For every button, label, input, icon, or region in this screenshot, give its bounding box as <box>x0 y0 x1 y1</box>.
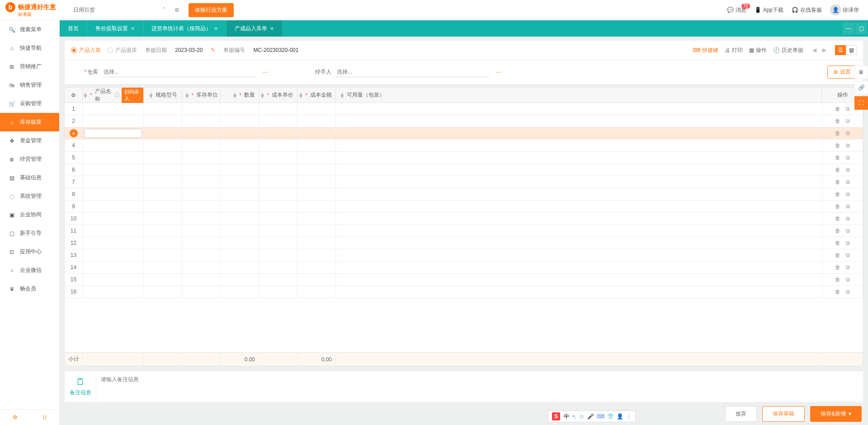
table-row[interactable]: 6🗑⧉ <box>65 164 863 176</box>
radio-product-out[interactable]: 产品退库 <box>107 47 137 54</box>
online-service-link[interactable]: 🎧 在线客服 <box>792 6 822 14</box>
product-name-input[interactable] <box>84 129 142 138</box>
delete-row-icon[interactable]: 🗑 <box>835 276 840 283</box>
th-settings[interactable]: ⚙ <box>65 88 83 103</box>
prev-page-button[interactable]: ◀ <box>810 46 819 55</box>
sidebar-item-0[interactable]: 🔍搜索菜单 <box>0 20 59 39</box>
delete-row-icon[interactable]: 🗑 <box>835 118 840 124</box>
copy-row-icon[interactable]: ⧉ <box>846 179 850 185</box>
warehouse-more-icon[interactable]: ⋯ <box>263 69 268 75</box>
close-icon[interactable]: ✕ <box>270 26 274 32</box>
delete-row-icon[interactable]: 🗑 <box>835 289 840 295</box>
operate-link[interactable]: ▦操作 <box>749 47 767 54</box>
user-menu[interactable]: 👤 徐泽华 <box>830 5 859 15</box>
grid-view-button[interactable]: ▦ <box>846 45 857 55</box>
list-view-button[interactable]: ☰ <box>835 45 846 55</box>
table-row[interactable]: 11🗑⧉ <box>65 225 863 237</box>
settings-icon[interactable]: ⚙ <box>13 414 18 420</box>
delete-row-icon[interactable]: 🗑 <box>835 228 840 234</box>
table-row[interactable]: +🗑⧉ <box>65 127 863 140</box>
copy-row-icon[interactable]: ⧉ <box>846 154 850 161</box>
settings-button[interactable]: ⚙设置 <box>827 65 857 79</box>
table-row[interactable]: 8🗑⧉ <box>65 188 863 201</box>
delete-row-icon[interactable]: 🗑 <box>835 191 840 197</box>
table-row[interactable]: 1🗑⧉ <box>65 103 863 115</box>
sidebar-item-8[interactable]: ▤基础信息 <box>0 168 59 187</box>
messages-link[interactable]: 💬 消息 70 <box>727 6 746 14</box>
copy-row-icon[interactable]: ⧉ <box>846 228 850 234</box>
close-icon[interactable]: ✕ <box>214 26 218 32</box>
table-row[interactable]: 16🗑⧉ <box>65 286 863 298</box>
sidebar-item-4[interactable]: 🛒采购管理 <box>0 94 59 113</box>
th-available[interactable]: ▲▼可用量（包装） <box>336 88 822 103</box>
date-value[interactable]: 2023-03-20 <box>175 47 203 53</box>
sidebar-item-7[interactable]: ≣经营管理 <box>0 150 59 168</box>
th-price[interactable]: ▲▼*成本单价 <box>259 88 297 103</box>
delete-row-icon[interactable]: 🗑 <box>835 252 840 258</box>
table-row[interactable]: 4🗑⧉ <box>65 140 863 152</box>
copy-row-icon[interactable]: ⧉ <box>846 142 850 149</box>
delete-row-icon[interactable]: 🗑 <box>835 142 840 149</box>
minimize-tab-button[interactable]: — <box>843 23 854 34</box>
add-row-button[interactable]: + <box>70 129 78 137</box>
history-link[interactable]: 🕘历史单据 <box>773 47 803 54</box>
table-row[interactable]: 5🗑⧉ <box>65 152 863 164</box>
th-amount[interactable]: ▲▼*成本金额 <box>297 88 336 103</box>
sidebar-item-2[interactable]: ⊞营销推广 <box>0 57 59 76</box>
sidebar-item-14[interactable]: ♛畅会员 <box>0 280 59 298</box>
remark-input[interactable] <box>96 371 863 402</box>
tab-1[interactable]: 售价提取设置✕ <box>87 20 143 37</box>
copy-row-icon[interactable]: ⧉ <box>846 167 850 173</box>
copy-row-icon[interactable]: ⧉ <box>846 191 850 197</box>
ime-bar[interactable]: S 中 •,☺🎤⌨👕👤⋮ <box>548 411 636 422</box>
delete-row-icon[interactable]: 🗑 <box>835 167 840 173</box>
delete-row-icon[interactable]: 🗑 <box>835 130 840 136</box>
save-draft-button[interactable]: 保存草稿 <box>762 406 805 422</box>
table-row[interactable]: 12🗑⧉ <box>65 237 863 249</box>
try-industry-button[interactable]: 体验行业方案 <box>189 3 234 17</box>
sidebar-item-11[interactable]: ▢新手引导 <box>0 224 59 243</box>
th-qty[interactable]: ▲▼*数量 <box>221 88 259 103</box>
delete-row-icon[interactable]: 🗑 <box>835 154 840 161</box>
sidebar-item-9[interactable]: ◌系统管理 <box>0 187 59 205</box>
shortcut-link[interactable]: ⌨快捷键 <box>693 47 718 54</box>
rail-expand-icon[interactable]: ⛶ <box>854 96 868 110</box>
delete-row-icon[interactable]: 🗑 <box>835 215 840 222</box>
print-link[interactable]: 🖨打印 <box>725 47 743 54</box>
close-icon[interactable]: ✕ <box>131 26 135 32</box>
tab-2[interactable]: 进货单统计表（按商品）✕ <box>143 20 226 37</box>
sidebar-item-10[interactable]: ▣企业协同 <box>0 205 59 224</box>
next-page-button[interactable]: ▶ <box>820 46 829 55</box>
copy-row-icon[interactable]: ⧉ <box>846 203 850 210</box>
table-row[interactable]: 15🗑⧉ <box>65 274 863 286</box>
copy-row-icon[interactable]: ⧉ <box>846 215 850 222</box>
delete-row-icon[interactable]: 🗑 <box>835 179 840 185</box>
edit-date-icon[interactable]: ✎ <box>211 47 215 53</box>
sidebar-item-13[interactable]: ○企业微信 <box>0 261 59 280</box>
sidebar-item-1[interactable]: ⌂快捷导航 <box>0 39 59 57</box>
save-new-button[interactable]: 保存&新增▾ <box>810 406 862 422</box>
tab-0[interactable]: 首页 <box>60 20 87 37</box>
handler-more-icon[interactable]: ⋯ <box>496 69 501 75</box>
copy-row-icon[interactable]: ⧉ <box>846 130 850 136</box>
copy-row-icon[interactable]: ⧉ <box>846 264 850 271</box>
maximize-tab-button[interactable]: ▢ <box>855 23 867 34</box>
copy-row-icon[interactable]: ⧉ <box>846 276 850 283</box>
scan-input-button[interactable]: 扫码录入 <box>122 88 143 103</box>
sidebar-item-3[interactable]: 🛍销售管理 <box>0 76 59 94</box>
collapse-icon[interactable]: ⟨⟨ <box>42 414 47 420</box>
copy-row-icon[interactable]: ⧉ <box>846 252 850 258</box>
discard-button[interactable]: 放弃 <box>725 406 757 422</box>
table-row[interactable]: 13🗑⧉ <box>65 249 863 262</box>
gear-icon[interactable]: ⚙ <box>175 7 179 13</box>
th-unit[interactable]: ▲▼*库存单位 <box>182 88 221 103</box>
table-row[interactable]: 9🗑⧉ <box>65 201 863 213</box>
table-row[interactable]: 10🗑⧉ <box>65 213 863 225</box>
copy-row-icon[interactable]: ⧉ <box>846 106 850 112</box>
th-product-name[interactable]: ▲▼*产品名称ⓘ扫码录入 <box>83 88 144 103</box>
category-select[interactable]: 日用百货 ˅ ⚙ <box>73 6 179 14</box>
handler-input[interactable] <box>336 67 490 77</box>
sidebar-item-12[interactable]: ⊡应用中心 <box>0 243 59 261</box>
rail-link-icon[interactable]: 🔗 <box>854 81 868 94</box>
delete-row-icon[interactable]: 🗑 <box>835 203 840 210</box>
